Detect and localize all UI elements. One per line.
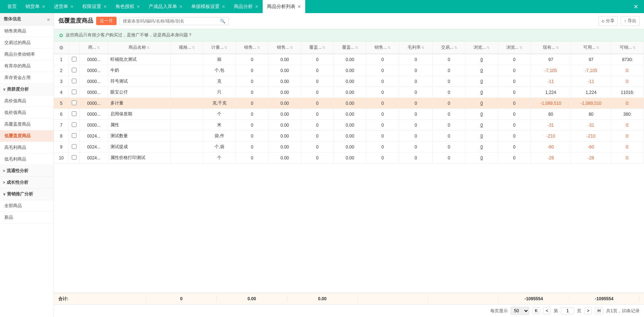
row-stock1: -7,105	[531, 65, 571, 76]
export-button[interactable]: ↑ 导出	[621, 16, 640, 26]
nav-item-template[interactable]: 单据模板设置 ✕	[187, 0, 229, 13]
nav-item-analysis-list[interactable]: 商品分析列表 ✕	[263, 0, 305, 13]
th-settings[interactable]: ⚙	[54, 41, 69, 54]
sidebar-item-sales-goods[interactable]: 销售类商品	[0, 25, 54, 37]
sidebar-item-high-profit[interactable]: 高毛利商品	[0, 142, 54, 154]
row-checkbox[interactable]	[69, 54, 80, 65]
sidebar-item-low-coverage[interactable]: 低覆盖度商品	[0, 130, 54, 142]
row-stock3: 0:	[611, 142, 644, 152]
row-browse1[interactable]: 0	[465, 87, 498, 98]
row-checkbox[interactable]	[69, 65, 80, 76]
th-code[interactable]: 商...⇅	[80, 41, 108, 54]
sidebar-item-new-goods[interactable]: 新品	[0, 212, 54, 223]
row-browse1[interactable]: 0	[465, 109, 498, 120]
row-browse1[interactable]: 0	[465, 98, 498, 109]
next-page-button[interactable]: >	[584, 307, 592, 314]
sidebar-section-circulation[interactable]: > 流通性分析	[0, 165, 54, 177]
sidebar-item-in-stock-goods[interactable]: 有库存的商品	[0, 60, 54, 72]
row-index: 4	[54, 87, 69, 98]
close-icon[interactable]: ✕	[70, 4, 74, 9]
row-browse1[interactable]: 0	[465, 54, 498, 65]
row-browse1[interactable]: 0	[465, 131, 498, 142]
sidebar-item-high-value[interactable]: 高价值商品	[0, 95, 54, 107]
sidebar-item-all-goods[interactable]: 全部商品	[0, 200, 54, 212]
share-icon: ⎋	[602, 19, 604, 24]
footer-values: 0 0.00 0.00 -1095554 -1095554	[76, 296, 640, 302]
row-index: 8	[54, 131, 69, 142]
row-checkbox[interactable]	[69, 87, 80, 98]
close-icon[interactable]: ✕	[222, 4, 225, 9]
row-checkbox[interactable]	[69, 142, 80, 152]
close-icon[interactable]: ✕	[137, 4, 140, 9]
row-browse1[interactable]: 0	[465, 152, 498, 163]
th-sale3[interactable]: 销售...⇅	[366, 41, 399, 54]
row-browse1[interactable]: 0	[465, 65, 498, 76]
settings-icon[interactable]: ⚙	[59, 45, 64, 51]
sidebar-collapse-button[interactable]: «	[47, 16, 50, 22]
th-trade[interactable]: 交易...⇅	[433, 41, 466, 54]
th-browse1[interactable]: 浏览...⇅	[465, 41, 498, 54]
close-icon[interactable]: ✕	[42, 4, 45, 9]
row-checkbox[interactable]	[69, 131, 80, 142]
sidebar-item-low-value[interactable]: 低价值商品	[0, 107, 54, 119]
page-number-input[interactable]	[561, 307, 574, 314]
nav-item-home[interactable]: 首页	[3, 0, 21, 13]
share-button[interactable]: ⎋ 分享	[598, 16, 618, 26]
prev-page-button[interactable]: <	[543, 307, 551, 314]
time-filter-button[interactable]: 近一月	[96, 17, 117, 25]
sidebar-item-traded-goods[interactable]: 交易过的商品	[0, 37, 54, 49]
th-stock3[interactable]: 可销...⇅	[611, 41, 644, 54]
th-unit[interactable]: 计量...⇅	[203, 41, 236, 54]
sidebar-section-marketing[interactable]: ∨ 营销推广分析	[0, 189, 54, 200]
row-stock1: -28	[531, 152, 571, 163]
th-name[interactable]: 商品名称⇅	[108, 41, 170, 54]
th-cover2[interactable]: 覆盖...⇅	[334, 41, 366, 54]
close-icon[interactable]: ✕	[179, 4, 182, 9]
th-sale1[interactable]: 销售...⇅	[236, 41, 268, 54]
sidebar-item-category-rate[interactable]: 商品分类动销率	[0, 49, 54, 60]
row-browse1[interactable]: 0	[465, 120, 498, 131]
row-name: 测试数量	[108, 131, 170, 142]
nav-item-permission[interactable]: 权限设置 ✕	[78, 0, 111, 13]
nav-item-product-in[interactable]: 产成品入库单 ✕	[144, 0, 187, 13]
th-cover1[interactable]: 覆盖...⇅	[301, 41, 334, 54]
th-gross[interactable]: 毛利率⇅	[399, 41, 433, 54]
sidebar-section-category[interactable]: ∨ 类群度分析	[0, 84, 54, 95]
nav-item-product-analysis[interactable]: 商品分析 ✕	[229, 0, 263, 13]
close-all-button[interactable]: ✕	[631, 3, 641, 10]
last-page-button[interactable]: H	[595, 307, 603, 314]
search-input[interactable]	[123, 19, 219, 24]
row-sale1: 0	[236, 120, 268, 131]
close-icon[interactable]: ✕	[103, 4, 107, 9]
per-page-select[interactable]: 50 100 200	[511, 307, 529, 315]
row-checkbox[interactable]	[69, 120, 80, 131]
row-checkbox[interactable]	[69, 152, 80, 163]
th-browse2[interactable]: 浏览...⇅	[498, 41, 531, 54]
row-checkbox[interactable]	[69, 109, 80, 120]
row-browse1[interactable]: 0	[465, 76, 498, 87]
row-browse2: 0	[498, 131, 531, 142]
close-icon[interactable]: ✕	[298, 4, 301, 9]
sidebar-header: 整体信息 «	[0, 13, 54, 25]
row-browse1[interactable]: 0	[465, 142, 498, 152]
first-page-button[interactable]: K	[532, 307, 540, 314]
sidebar-item-capital-usage[interactable]: 库存资金占用	[0, 72, 54, 84]
close-icon[interactable]: ✕	[255, 4, 258, 9]
th-spec[interactable]: 规格...⇅	[170, 41, 203, 54]
sidebar-item-high-coverage[interactable]: 高覆盖度商品	[0, 119, 54, 130]
row-spec	[170, 109, 203, 120]
nav-item-role[interactable]: 角色授权 ✕	[111, 0, 144, 13]
th-stock1[interactable]: 现有...⇅	[531, 41, 571, 54]
row-gross: 0	[399, 120, 433, 131]
row-checkbox[interactable]	[69, 98, 80, 109]
th-sale2[interactable]: 销售...⇅	[268, 41, 301, 54]
row-sale3: 0	[366, 152, 399, 163]
row-checkbox[interactable]	[69, 76, 80, 87]
sidebar-section-growth[interactable]: > 成长性分析	[0, 177, 54, 189]
nav-item-purchase[interactable]: 进货单 ✕	[50, 0, 78, 13]
row-stock3: 0:	[611, 65, 644, 76]
table-row: 8 0024... 测试数量 袋,件 0 0.00 0 0.00 0 0 0 0…	[54, 131, 644, 142]
th-stock2[interactable]: 可用...⇅	[571, 41, 611, 54]
sidebar-item-low-profit[interactable]: 低毛利商品	[0, 154, 54, 165]
nav-item-sales[interactable]: 销货单 ✕	[21, 0, 50, 13]
